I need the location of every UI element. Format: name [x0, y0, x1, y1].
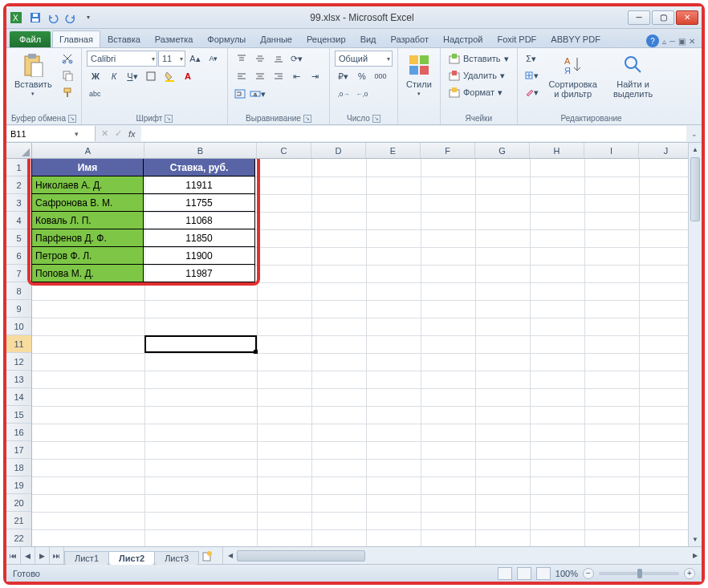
delete-cells-button[interactable]: Удалить▾ [446, 67, 512, 83]
insert-cells-button[interactable]: Вставить▾ [446, 51, 512, 67]
table-cell[interactable]: Коваль Л. П. [31, 211, 144, 229]
maximize-button[interactable]: ▢ [652, 10, 674, 25]
row-header[interactable]: 3 [6, 194, 31, 212]
row-header[interactable]: 5 [6, 229, 31, 247]
table-cell[interactable]: Сафронова В. М. [31, 193, 144, 212]
styles-button[interactable]: Стили ▾ [403, 51, 435, 99]
row-header[interactable]: 9 [6, 300, 31, 318]
table-cell[interactable]: 11911 [143, 176, 255, 194]
page-layout-view-icon[interactable] [517, 567, 531, 580]
wrap-text-icon[interactable] [233, 86, 247, 102]
italic-icon[interactable]: К [105, 68, 123, 84]
minimize-button[interactable]: ─ [628, 10, 650, 25]
last-sheet-icon[interactable]: ⏭ [50, 547, 64, 564]
ribbon-tab-вставка[interactable]: Вставка [100, 30, 148, 47]
currency-icon[interactable]: ₽▾ [335, 68, 352, 84]
scroll-thumb[interactable] [690, 159, 700, 221]
column-header[interactable]: H [530, 143, 584, 158]
new-sheet-icon[interactable] [198, 547, 216, 564]
row-header[interactable]: 4 [6, 212, 31, 229]
paste-button[interactable]: Вставить ▾ [11, 51, 55, 99]
cut-icon[interactable] [59, 51, 76, 67]
decrease-decimal-icon[interactable]: ←,0 [353, 86, 371, 102]
ribbon-tab-данные[interactable]: Данные [253, 30, 299, 47]
close-button[interactable]: ✕ [676, 10, 698, 25]
font-name-combo[interactable]: Calibri [87, 51, 157, 67]
expand-formula-icon[interactable]: ⌄ [687, 125, 702, 142]
font-size-combo[interactable]: 11 [158, 51, 185, 67]
ribbon-tab-рецензир[interactable]: Рецензир [299, 30, 353, 47]
ribbon-tab-главная[interactable]: Главная [52, 30, 100, 47]
copy-icon[interactable] [59, 67, 76, 83]
fill-color-icon[interactable] [161, 68, 178, 84]
scroll-thumb[interactable] [237, 550, 365, 562]
column-header[interactable]: C [257, 143, 311, 158]
row-header[interactable]: 8 [6, 282, 31, 300]
table-cell[interactable]: 11755 [143, 193, 255, 212]
doc-restore-icon[interactable]: ▣ [678, 37, 686, 46]
cancel-formula-icon[interactable]: ✕ [101, 128, 108, 139]
fx-icon[interactable]: fx [128, 129, 136, 139]
name-box-input[interactable] [7, 129, 70, 139]
prev-sheet-icon[interactable]: ◀ [21, 547, 35, 564]
format-cells-button[interactable]: Формат▾ [446, 84, 512, 100]
scroll-down-icon[interactable]: ▼ [689, 533, 702, 546]
column-header[interactable]: E [366, 143, 421, 158]
column-header[interactable]: G [475, 143, 530, 158]
phonetic-icon[interactable]: abc [87, 86, 104, 102]
row-header[interactable]: 6 [6, 247, 31, 265]
ribbon-tab-foxit pdf[interactable]: Foxit PDF [490, 30, 543, 47]
row-header[interactable]: 20 [6, 494, 31, 512]
row-header[interactable]: 13 [6, 371, 31, 388]
row-header[interactable]: 11 [6, 335, 31, 353]
row-header[interactable]: 1 [6, 159, 31, 176]
orientation-icon[interactable]: ⟳▾ [288, 51, 306, 67]
increase-font-icon[interactable]: A▴ [186, 51, 204, 67]
table-cell[interactable]: 11850 [143, 229, 255, 247]
formula-input[interactable] [141, 126, 686, 141]
redo-icon[interactable] [63, 10, 79, 26]
align-left-icon[interactable] [233, 68, 250, 84]
sort-filter-button[interactable]: АЯ Сортировка и фильтр [543, 51, 603, 100]
table-cell[interactable]: 11987 [143, 264, 255, 282]
zoom-in-icon[interactable]: + [684, 568, 695, 579]
table-header-cell[interactable]: Имя [31, 159, 144, 176]
sheet-tab[interactable]: Лист3 [154, 551, 199, 565]
table-cell[interactable]: Попова М. Д. [31, 264, 144, 282]
chevron-down-icon[interactable]: ▾ [70, 130, 83, 138]
row-header[interactable]: 17 [6, 441, 31, 459]
ribbon-tab-разработ[interactable]: Разработ [384, 30, 436, 47]
zoom-out-icon[interactable]: − [583, 568, 594, 579]
save-icon[interactable] [27, 10, 43, 26]
scroll-left-icon[interactable]: ◀ [223, 552, 237, 559]
doc-minimize-icon[interactable]: ─ [669, 37, 675, 46]
clear-icon[interactable]: ▾ [523, 84, 540, 100]
dialog-launcher-icon[interactable]: ↘ [165, 115, 173, 123]
row-header[interactable]: 16 [6, 424, 31, 441]
help-icon[interactable]: ? [646, 34, 659, 47]
column-header[interactable]: F [421, 143, 475, 158]
row-header[interactable]: 7 [6, 265, 31, 282]
find-select-button[interactable]: Найти и выделить [606, 51, 661, 100]
align-bottom-icon[interactable] [270, 51, 287, 67]
align-top-icon[interactable] [233, 51, 250, 67]
ribbon-tab-надстрой[interactable]: Надстрой [436, 30, 490, 47]
bold-icon[interactable]: Ж [87, 68, 104, 84]
file-tab[interactable]: Файл [10, 31, 51, 47]
percent-icon[interactable]: % [353, 68, 371, 84]
column-header[interactable]: B [144, 143, 257, 158]
ribbon-tab-формулы[interactable]: Формулы [200, 30, 253, 47]
decrease-font-icon[interactable]: A▾ [205, 51, 222, 67]
table-cell[interactable]: Николаев А. Д. [31, 176, 144, 194]
worksheet-grid[interactable]: ABCDEFGHIJ 12345678910111213141516171819… [6, 143, 702, 546]
format-painter-icon[interactable] [59, 84, 76, 100]
autosum-icon[interactable]: Σ▾ [523, 51, 540, 67]
ribbon-tab-abbyy pdf[interactable]: ABBYY PDF [543, 30, 608, 47]
merge-icon[interactable]: a▾ [248, 86, 267, 102]
normal-view-icon[interactable] [498, 567, 512, 580]
sheet-tab[interactable]: Лист1 [64, 551, 109, 565]
border-icon[interactable] [142, 68, 160, 84]
increase-indent-icon[interactable]: ⇥ [307, 68, 324, 84]
table-header-cell[interactable]: Ставка, руб. [143, 159, 255, 176]
doc-close-icon[interactable]: ✕ [689, 37, 695, 46]
